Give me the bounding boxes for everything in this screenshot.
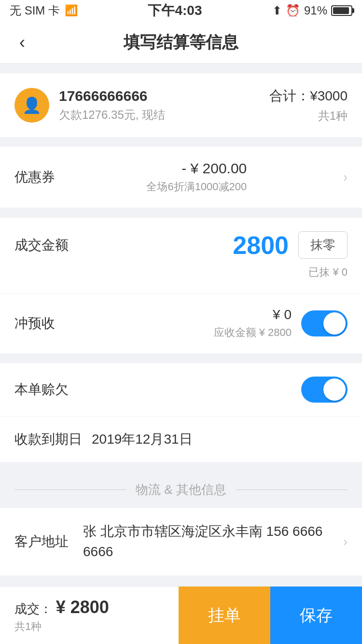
footer-amount: ¥ 2800 <box>56 597 109 617</box>
due-date-value: 2019年12月31日 <box>92 430 193 448</box>
customer-debt: 欠款1276.35元, 现结 <box>59 107 165 123</box>
due-date-row: 收款到期日 2019年12月31日 <box>0 416 362 462</box>
wifi-icon: 📶 <box>65 4 78 17</box>
credit-label: 本单赊欠 <box>14 380 69 399</box>
status-left: 无 SIM 卡 📶 <box>10 3 78 18</box>
coupon-row[interactable]: 优惠券 - ¥ 200.00 全场6折满1000减200 › <box>0 147 362 208</box>
customer-right: 合计：¥3000 共1种 <box>269 87 348 124</box>
prepaid-toggle[interactable] <box>301 310 348 336</box>
back-button[interactable]: ‹ <box>14 28 30 57</box>
status-time: 下午4:03 <box>148 1 202 20</box>
prepaid-label: 冲预收 <box>14 314 55 333</box>
prepaid-amount: ¥ 0 <box>273 307 292 322</box>
total-amount: 合计：¥3000 <box>269 87 348 105</box>
credit-toggle-knob <box>323 378 346 401</box>
round-button[interactable]: 抹零 <box>298 231 348 259</box>
footer-info: 成交： ¥ 2800 共1种 <box>0 597 179 634</box>
prepaid-right: ¥ 0 应收金额 ¥ 2800 <box>214 307 292 340</box>
amount-section: 成交金额 2800 抹零 已抹 ¥ 0 <box>0 218 362 293</box>
battery-percent: 91% <box>304 4 327 17</box>
footer-count: 共1种 <box>14 619 164 634</box>
prepaid-row: 冲预收 ¥ 0 应收金额 ¥ 2800 <box>0 293 362 353</box>
customer-left: 👤 17666666666 欠款1276.35元, 现结 <box>14 88 165 123</box>
logistics-separator: 物流 & 其他信息 <box>0 472 362 508</box>
battery-icon <box>331 5 352 16</box>
credit-row: 本单赊欠 <box>0 363 362 416</box>
sep-line-right <box>236 490 348 490</box>
customer-phone: 17666666666 <box>59 88 165 104</box>
address-label: 客户地址 <box>14 532 69 551</box>
section-gap-2 <box>0 208 362 218</box>
amount-label: 成交金额 <box>14 236 69 254</box>
due-date-label: 收款到期日 <box>14 430 82 448</box>
toggle-knob <box>323 312 346 335</box>
alarm-icon: ⏰ <box>286 4 300 17</box>
amount-right: 2800 抹零 <box>233 231 348 259</box>
section-gap-3 <box>0 353 362 363</box>
amount-sub: 已抹 ¥ 0 <box>308 266 348 278</box>
section-gap-1 <box>0 137 362 147</box>
credit-toggle[interactable] <box>301 377 348 403</box>
section-gap-4 <box>0 462 362 472</box>
hold-button[interactable]: 挂单 <box>179 587 270 644</box>
coupon-label: 优惠券 <box>14 168 55 186</box>
logistics-text: 物流 & 其他信息 <box>136 481 226 498</box>
footer-amount-line: 成交： ¥ 2800 <box>14 597 164 617</box>
prepaid-desc: 应收金额 ¥ 2800 <box>214 325 292 340</box>
chevron-right-icon: › <box>343 169 348 185</box>
location-icon: ⬆ <box>272 4 282 17</box>
coupon-right: - ¥ 200.00 全场6折满1000减200 <box>146 160 247 194</box>
amount-row: 成交金额 2800 抹零 <box>14 231 348 259</box>
coupon-desc: 全场6折满1000减200 <box>146 180 247 194</box>
status-right: ⬆ ⏰ 91% <box>272 4 352 17</box>
coupon-discount: - ¥ 200.00 <box>181 160 247 177</box>
footer: 成交： ¥ 2800 共1种 挂单 保存 <box>0 586 362 644</box>
total-count: 共1种 <box>269 108 348 124</box>
sim-text: 无 SIM 卡 <box>10 3 60 18</box>
address-content: 张 北京市市辖区海淀区永丰南 156 6666 6666 <box>83 521 338 562</box>
avatar-icon: 👤 <box>22 96 42 114</box>
page-title: 填写结算等信息 <box>124 31 238 54</box>
customer-card: 👤 17666666666 欠款1276.35元, 现结 合计：¥3000 共1… <box>0 73 362 137</box>
footer-amount-label: 成交： <box>14 602 52 616</box>
sep-line-left <box>14 490 126 490</box>
save-button[interactable]: 保存 <box>270 587 362 644</box>
amount-value: 2800 <box>233 233 289 258</box>
header: ‹ 填写结算等信息 <box>0 21 362 64</box>
address-chevron-icon: › <box>343 534 348 549</box>
address-row[interactable]: 客户地址 张 北京市市辖区海淀区永丰南 156 6666 6666 › <box>0 508 362 575</box>
customer-info: 17666666666 欠款1276.35元, 现结 <box>59 88 165 123</box>
avatar: 👤 <box>14 88 49 123</box>
status-bar: 无 SIM 卡 📶 下午4:03 ⬆ ⏰ 91% <box>0 0 362 21</box>
